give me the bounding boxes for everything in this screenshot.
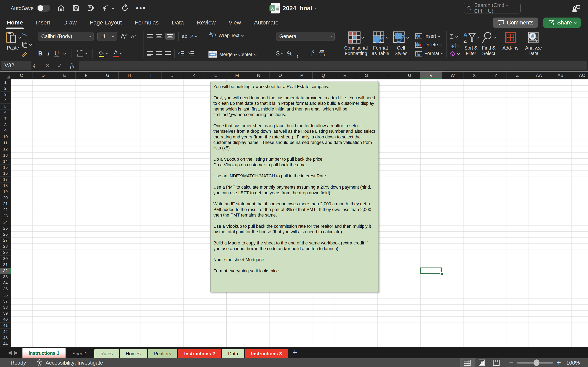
row-header-8[interactable]: 8 [0,122,11,128]
row-header-17[interactable]: 17 [0,176,11,183]
row-header-31[interactable]: 31 [0,262,11,268]
column-header-L[interactable]: L [205,72,226,79]
sheet-tab-instructions-2[interactable]: Instructions 2 [178,349,221,358]
sheet-tab-instructions-3[interactable]: Instructions 3 [245,349,288,358]
format-painter-icon[interactable] [22,51,31,58]
row-header-15[interactable]: 15 [0,165,11,171]
ribbon-tab-page-layout[interactable]: Page Layout [89,18,122,27]
row-header-28[interactable]: 28 [0,243,11,250]
format-as-table-button[interactable]: Format as Table [372,29,389,60]
underline-options-chevron[interactable] [63,52,66,54]
row-header-23[interactable]: 23 [0,213,11,219]
align-top-icon[interactable] [147,34,153,39]
select-all-corner[interactable] [0,72,11,79]
column-header-I[interactable]: I [140,72,162,79]
row-header-26[interactable]: 26 [0,231,11,238]
row-header-35[interactable]: 35 [0,286,11,292]
row-header-19[interactable]: 19 [0,189,11,195]
row-header-24[interactable]: 24 [0,219,11,225]
row-header-38[interactable]: 38 [0,304,11,310]
analyze-data-button[interactable]: Analyze Data [525,29,542,60]
name-box[interactable]: V32 [1,61,31,70]
share-button[interactable]: Share [543,17,581,28]
contact-presence-icon[interactable] [571,4,581,13]
addins-button[interactable]: Add-ins [502,29,518,60]
column-header-R[interactable]: R [334,72,356,79]
row-header-12[interactable]: 12 [0,146,11,152]
percent-format-icon[interactable]: % [287,50,292,57]
cell-styles-button[interactable]: Cell Styles [393,29,408,60]
page-break-view-icon[interactable] [489,359,504,367]
redo-icon[interactable] [121,4,129,12]
row-header-4[interactable]: 4 [0,98,11,104]
increase-decimal-icon[interactable]: ←.0.00 [308,50,314,57]
orientation-icon[interactable]: ab [182,33,197,39]
row-header-29[interactable]: 29 [0,250,11,256]
column-header-J[interactable]: J [162,72,183,79]
zoom-slider-thumb[interactable] [534,359,539,366]
prev-sheet-icon[interactable]: ◀ [8,350,12,356]
row-header-27[interactable]: 27 [0,238,11,244]
align-middle-icon[interactable] [156,34,162,39]
format-cells-button[interactable]: Format [415,50,443,57]
row-header-10[interactable]: 10 [0,134,11,140]
cut-icon[interactable]: ✂ [22,32,31,38]
bold-button[interactable]: B [38,50,43,57]
search-input[interactable]: Search (Cmd + Ctrl + U) [464,3,521,13]
row-header-11[interactable]: 11 [0,140,11,146]
column-header-C[interactable]: C [11,72,33,79]
column-header-K[interactable]: K [183,72,205,79]
column-header-Z[interactable]: Z [507,72,528,79]
undo-icon[interactable] [102,4,114,12]
column-header-AA[interactable]: AA [528,72,550,79]
row-header-33[interactable]: 33 [0,274,11,280]
fill-color-icon[interactable] [98,50,108,57]
sheet-tab-sheet1[interactable]: Sheet1 [66,349,94,358]
column-header-T[interactable]: T [377,72,399,79]
borders-icon[interactable] [77,50,87,57]
conditional-formatting-button[interactable]: Conditional Formatting [344,29,368,60]
comma-format-icon[interactable]: , [296,51,299,55]
column-header-O[interactable]: O [269,72,291,79]
ribbon-tab-home[interactable]: Home [7,18,23,27]
column-header-AB[interactable]: AB [550,72,571,79]
row-header-21[interactable]: 21 [0,201,11,207]
font-size-select[interactable]: 11 [97,32,117,41]
selected-cell[interactable] [420,267,442,274]
merge-center-button[interactable]: Merge & Center [208,51,269,58]
fill-handle[interactable] [440,272,443,275]
column-header-U[interactable]: U [399,72,421,79]
row-header-43[interactable]: 43 [0,335,11,341]
ribbon-tab-data[interactable]: Data [171,18,184,27]
clear-button[interactable] [450,51,459,57]
more-commands-icon[interactable]: ••• [136,4,146,12]
row-header-2[interactable]: 2 [0,85,11,92]
comments-button[interactable]: Comments [493,17,538,28]
column-header-E[interactable]: E [54,72,76,79]
row-header-16[interactable]: 16 [0,170,11,176]
autosum-button[interactable]: Σ [450,33,459,40]
row-header-32[interactable]: 32 [0,268,11,274]
ribbon-tab-view[interactable]: View [228,18,241,27]
number-format-select[interactable]: General [276,32,335,41]
ribbon-tab-formulas[interactable]: Formulas [134,18,159,27]
ribbon-tab-insert[interactable]: Insert [35,18,51,27]
page-layout-view-icon[interactable] [475,359,489,367]
formula-input[interactable] [79,61,587,70]
zoom-out-icon[interactable]: − [509,359,513,367]
column-header-H[interactable]: H [119,72,140,79]
normal-view-icon[interactable] [459,359,475,367]
font-color-icon[interactable]: A [113,50,122,57]
column-header-W[interactable]: W [442,72,464,79]
document-title[interactable]: X 2024_final [271,3,317,13]
insert-function-icon[interactable]: fx [70,62,75,69]
row-header-42[interactable]: 42 [0,329,11,335]
column-header-Q[interactable]: Q [312,72,334,79]
name-box-spinner[interactable]: ▲▼ [33,63,36,68]
row-header-1[interactable]: 1 [0,79,11,85]
copy-icon[interactable] [22,42,31,48]
column-header-AC[interactable]: AC [571,72,588,79]
paste-button[interactable]: Paste [5,29,21,60]
decrease-font-icon[interactable]: A˅ [131,33,137,40]
insert-cells-button[interactable]: Insert [415,33,443,39]
